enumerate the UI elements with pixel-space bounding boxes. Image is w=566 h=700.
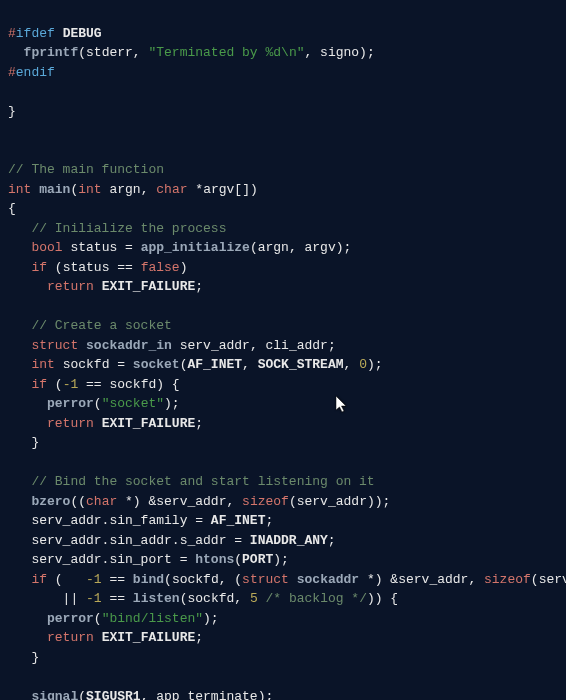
code-line: #ifdef DEBUG: [8, 26, 102, 41]
code-line: // The main function: [8, 162, 164, 177]
comment: // Create a socket: [31, 318, 171, 333]
code-line: if ( -1 == bind(sockfd, (struct sockaddr…: [8, 572, 566, 587]
fn-app-initialize: app_initialize: [141, 240, 250, 255]
const-exit-failure: EXIT_FAILURE: [102, 416, 196, 431]
code-line: bzero((char *) &serv_addr, sizeof(serv_a…: [8, 494, 390, 509]
pp-endif: endif: [16, 65, 55, 80]
fn-bzero: bzero: [31, 494, 70, 509]
comment: // Bind the socket and start listening o…: [31, 474, 374, 489]
code-line: || -1 == listen(sockfd, 5 /* backlog */)…: [8, 591, 398, 606]
fn-socket: socket: [133, 357, 180, 372]
comment: // Inilialize the process: [31, 221, 226, 236]
code-line: perror("bind/listen");: [8, 611, 219, 626]
kw-if: if: [31, 377, 47, 392]
hash: #: [8, 65, 16, 80]
kw-sizeof: sizeof: [484, 572, 531, 587]
fn-perror: perror: [47, 611, 94, 626]
code-line: return EXIT_FAILURE;: [8, 279, 203, 294]
code-line: return EXIT_FAILURE;: [8, 416, 203, 431]
code-line: perror("socket");: [8, 396, 180, 411]
kw-int: int: [78, 182, 101, 197]
kw-int: int: [31, 357, 54, 372]
code-line: }: [8, 104, 16, 119]
code-line: }: [8, 650, 39, 665]
code-line: fprintf(stderr, "Terminated by %d\n", si…: [8, 45, 375, 60]
kw-return: return: [47, 416, 94, 431]
pp-ifdef: ifdef: [16, 26, 55, 41]
comment: /* backlog */: [266, 591, 367, 606]
hash: #: [8, 26, 16, 41]
code-line: #endif: [8, 65, 55, 80]
string: "bind/listen": [102, 611, 203, 626]
fn-htons: htons: [195, 552, 234, 567]
kw-if: if: [31, 572, 47, 587]
type-sockaddr-in: sockaddr_in: [86, 338, 172, 353]
code-editor-view: #ifdef DEBUG fprintf(stderr, "Terminated…: [0, 0, 566, 700]
code-line: struct sockaddr_in serv_addr, cli_addr;: [8, 338, 336, 353]
code-line: serv_addr.sin_addr.s_addr = INADDR_ANY;: [8, 533, 336, 548]
const-exit-failure: EXIT_FAILURE: [102, 279, 196, 294]
const-exit-failure: EXIT_FAILURE: [102, 630, 196, 645]
fn-fprintf: fprintf: [24, 45, 79, 60]
kw-char: char: [156, 182, 187, 197]
kw-int: int: [8, 182, 31, 197]
kw-return: return: [47, 630, 94, 645]
kw-false: false: [141, 260, 180, 275]
kw-if: if: [31, 260, 47, 275]
kw-bool: bool: [31, 240, 62, 255]
kw-char: char: [86, 494, 117, 509]
fn-main: main: [39, 182, 70, 197]
fn-perror: perror: [47, 396, 94, 411]
macro: DEBUG: [63, 26, 102, 41]
code-line: return EXIT_FAILURE;: [8, 630, 203, 645]
kw-return: return: [47, 279, 94, 294]
fn-bind: bind: [133, 572, 164, 587]
code-line: serv_addr.sin_port = htons(PORT);: [8, 552, 289, 567]
comment: // The main function: [8, 162, 164, 177]
fn-listen: listen: [133, 591, 180, 606]
code-line: // Create a socket: [8, 318, 172, 333]
code-line: {: [8, 201, 16, 216]
string: "socket": [102, 396, 164, 411]
code-line: signal(SIGUSR1, app_terminate);: [8, 689, 273, 701]
kw-struct: struct: [242, 572, 289, 587]
code-line: // Bind the socket and start listening o…: [8, 474, 375, 489]
string: "Terminated by %d\n": [148, 45, 304, 60]
code-line: int main(int argn, char *argv[]): [8, 182, 258, 197]
code-line: if (-1 == sockfd) {: [8, 377, 180, 392]
kw-sizeof: sizeof: [242, 494, 289, 509]
fn-signal: signal: [31, 689, 78, 701]
kw-struct: struct: [31, 338, 78, 353]
code-line: int sockfd = socket(AF_INET, SOCK_STREAM…: [8, 357, 383, 372]
code-line: bool status = app_initialize(argn, argv)…: [8, 240, 351, 255]
code-line: // Inilialize the process: [8, 221, 226, 236]
code-line: serv_addr.sin_family = AF_INET;: [8, 513, 273, 528]
code-line: }: [8, 435, 39, 450]
code-line: if (status == false): [8, 260, 187, 275]
